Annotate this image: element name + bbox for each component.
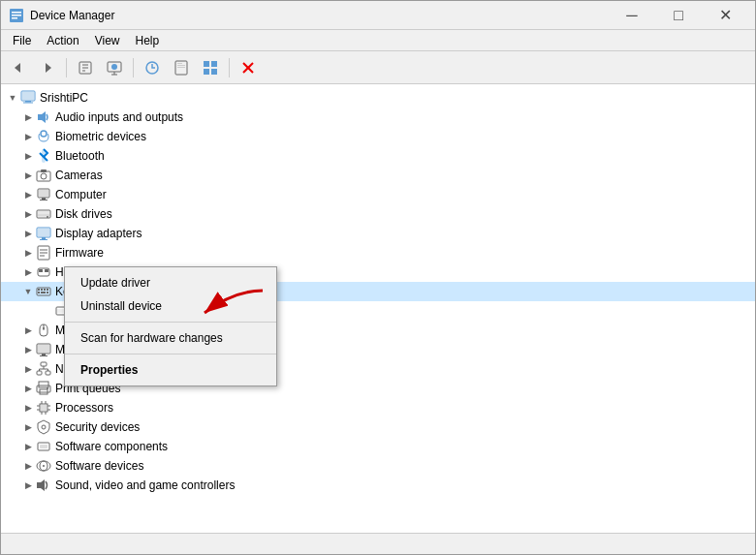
- svg-marker-29: [38, 111, 46, 123]
- tree-item-audio[interactable]: ▶ Audio inputs and outputs: [1, 108, 755, 127]
- svg-rect-57: [44, 289, 46, 291]
- root-expand-icon[interactable]: ▼: [5, 90, 20, 106]
- mice-expand-icon[interactable]: ▶: [20, 323, 36, 338]
- print-icon: [36, 381, 51, 396]
- keyboards-expand-icon[interactable]: ▼: [20, 284, 36, 299]
- biometric-label: Biometric devices: [55, 130, 146, 143]
- toolbar-sep-2: [133, 58, 134, 77]
- computer-device-icon: [36, 187, 51, 202]
- tree-item-processors[interactable]: ▶ Processors: [1, 398, 755, 417]
- svg-point-96: [43, 465, 45, 467]
- svg-rect-53: [45, 269, 48, 272]
- tree-item-sound[interactable]: ▶ Sound, video and game controllers: [1, 476, 755, 495]
- tree-item-sw-components[interactable]: ▶ Software components: [1, 437, 755, 456]
- menu-help[interactable]: Help: [128, 32, 168, 49]
- ctx-sep-1: [65, 322, 276, 323]
- firmware-expand-icon[interactable]: ▶: [20, 245, 36, 261]
- svg-rect-18: [177, 67, 185, 68]
- properties-button[interactable]: [72, 55, 99, 80]
- back-button[interactable]: [5, 55, 32, 80]
- disk-expand-icon[interactable]: ▶: [20, 206, 36, 222]
- network-icon: [36, 361, 51, 377]
- tree-item-sw-devices[interactable]: ▶ Software devices: [1, 456, 755, 476]
- ctx-update-driver[interactable]: Update driver: [65, 271, 276, 294]
- window-icon: [9, 8, 24, 23]
- forward-button[interactable]: [34, 55, 61, 80]
- svg-rect-38: [40, 200, 47, 200]
- hid-expand-icon[interactable]: ▶: [20, 264, 36, 280]
- processors-icon: [36, 400, 51, 416]
- show-hidden-button[interactable]: [197, 55, 224, 80]
- ctx-sep-2: [65, 354, 276, 355]
- svg-rect-56: [41, 289, 43, 291]
- svg-rect-21: [204, 69, 209, 75]
- menu-file[interactable]: File: [5, 32, 39, 49]
- svg-rect-61: [47, 292, 48, 293]
- svg-rect-27: [25, 101, 31, 103]
- menu-view[interactable]: View: [87, 32, 128, 49]
- svg-rect-69: [40, 355, 47, 356]
- svg-point-33: [41, 173, 47, 179]
- ctx-uninstall-device[interactable]: Uninstall device: [65, 294, 276, 318]
- network-expand-icon[interactable]: ▶: [20, 361, 36, 377]
- svg-rect-68: [42, 354, 46, 355]
- svg-marker-5: [46, 63, 51, 73]
- svg-rect-93: [40, 445, 47, 448]
- toolbar-sep-1: [66, 58, 67, 77]
- audio-expand-icon[interactable]: ▶: [20, 109, 36, 125]
- root-label: SrishtiPC: [40, 91, 88, 105]
- device-manager-window: Device Manager ─ □ ✕ File Action View He…: [0, 0, 756, 555]
- security-expand-icon[interactable]: ▶: [20, 419, 36, 435]
- svg-marker-97: [37, 479, 45, 491]
- cameras-icon: [36, 168, 51, 183]
- tree-item-disk[interactable]: ▶ Disk drives: [1, 204, 755, 224]
- processors-label: Processors: [55, 401, 113, 415]
- svg-rect-3: [12, 17, 17, 19]
- svg-point-30: [41, 131, 47, 137]
- tree-root[interactable]: ▼ SrishtiPC: [1, 88, 755, 108]
- main-content: ▼ SrishtiPC ▶: [1, 84, 755, 533]
- uninstall-button[interactable]: [235, 55, 262, 80]
- sound-expand-icon[interactable]: ▶: [20, 478, 36, 493]
- tree-item-security[interactable]: ▶ Security devices: [1, 417, 755, 437]
- computer-icon: [20, 90, 36, 106]
- tree-item-cameras[interactable]: ▶ Cameras: [1, 166, 755, 185]
- ctx-scan-hardware[interactable]: Scan for hardware changes: [65, 326, 276, 350]
- update-driver-button[interactable]: [101, 55, 128, 80]
- menu-action[interactable]: Action: [39, 32, 86, 49]
- svg-rect-58: [47, 289, 48, 291]
- display-icon: [36, 226, 51, 241]
- print-expand-icon[interactable]: ▶: [20, 381, 36, 396]
- tree-item-biometric[interactable]: ▶ Biometric devices: [1, 127, 755, 146]
- cameras-label: Cameras: [55, 169, 103, 182]
- cameras-expand-icon[interactable]: ▶: [20, 168, 36, 183]
- monitors-expand-icon[interactable]: ▶: [20, 342, 36, 357]
- minimize-button[interactable]: ─: [610, 1, 654, 30]
- kb-child-expand: [40, 303, 55, 319]
- scan-hardware-button[interactable]: [139, 55, 166, 80]
- tree-item-computer[interactable]: ▶ Computer: [1, 185, 755, 204]
- svg-rect-44: [38, 229, 49, 236]
- help-button[interactable]: [168, 55, 195, 80]
- tree-item-bluetooth[interactable]: ▶ Bluetooth: [1, 146, 755, 166]
- bluetooth-icon: [36, 148, 51, 164]
- close-button[interactable]: ✕: [703, 1, 747, 30]
- security-icon: [36, 419, 51, 435]
- tree-item-firmware[interactable]: ▶ Firmware: [1, 243, 755, 262]
- bluetooth-expand-icon[interactable]: ▶: [20, 148, 36, 164]
- ctx-properties[interactable]: Properties: [65, 358, 276, 382]
- svg-point-80: [47, 387, 48, 389]
- mice-icon: [36, 323, 51, 338]
- computer-expand-icon[interactable]: ▶: [20, 187, 36, 202]
- processors-expand-icon[interactable]: ▶: [20, 400, 36, 416]
- sw-devices-expand-icon[interactable]: ▶: [20, 458, 36, 474]
- tree-item-display[interactable]: ▶ Display adapters: [1, 224, 755, 243]
- svg-rect-37: [42, 198, 46, 200]
- firmware-icon: [36, 245, 51, 261]
- biometric-expand-icon[interactable]: ▶: [20, 129, 36, 144]
- svg-point-42: [47, 216, 48, 218]
- biometric-icon: [36, 129, 51, 144]
- sw-components-expand-icon[interactable]: ▶: [20, 439, 36, 454]
- display-expand-icon[interactable]: ▶: [20, 226, 36, 241]
- maximize-button[interactable]: □: [656, 1, 701, 30]
